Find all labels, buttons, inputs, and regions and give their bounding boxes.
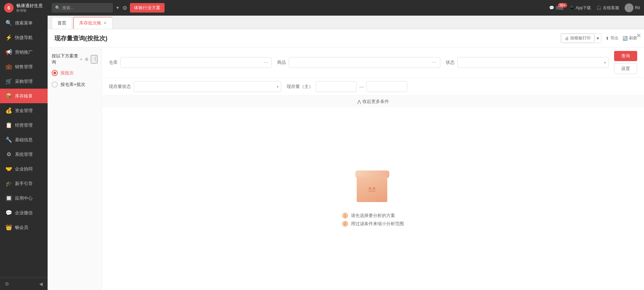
stock-qty-max-input[interactable] — [367, 81, 407, 92]
scheme-panel: 按以下方案查询 + ⊕ 《 按批次 — [48, 48, 102, 290]
guide-icon: 🎓 — [5, 180, 12, 187]
product-dots: ··· — [432, 59, 436, 66]
user-name: Rit — [635, 5, 640, 10]
message-badge: 99+ — [558, 3, 567, 7]
sidebar-appstore-label: 应用中心 — [15, 195, 33, 201]
user-area[interactable]: Rit — [625, 3, 640, 12]
sidebar-item-basic[interactable]: 🔧 基础信息 — [0, 132, 48, 147]
export-label: 导出 — [610, 35, 618, 41]
search-menu-icon: 🔍 — [5, 20, 12, 26]
collapse-more-btn[interactable]: ⋀ 收起更多条件 — [102, 95, 644, 107]
tab-home[interactable]: 首页 — [52, 17, 72, 29]
sidebar-item-member[interactable]: 👑 畅会员 — [0, 220, 48, 235]
collapse-label: 收起更多条件 — [362, 98, 389, 105]
sidebar-item-guide[interactable]: 🎓 新手引导 — [0, 176, 48, 191]
panel-close-btn[interactable]: ✕ — [636, 32, 641, 39]
sidebar-collapse-icon[interactable]: ◀ — [39, 281, 43, 287]
print-btn[interactable]: 🖨 按模板打印 — [561, 34, 594, 43]
logo-area: 6 畅康通好生意 标准版 — [4, 3, 52, 13]
industry-btn[interactable]: 体验行业方案 — [130, 3, 165, 13]
sidebar-item-inventory[interactable]: 📦 库存核算 — [0, 89, 48, 103]
online-service-btn[interactable]: 🎧 在线客服 — [596, 5, 619, 11]
warehouse-dots: ··· — [264, 59, 268, 66]
warehouse-input[interactable]: ··· — [120, 57, 272, 68]
sidebar-member-label: 畅会员 — [15, 224, 28, 231]
scheme-settings-btn[interactable]: ⊕ — [85, 55, 89, 64]
status-select[interactable] — [457, 57, 609, 68]
top-header: 6 畅康通好生意 标准版 🔍 搜索... ▼ ⚙ 体验行业方案 💬 消息 99+… — [0, 0, 644, 16]
sidebar-operation-label: 经营管理 — [15, 122, 33, 128]
filter-area: 仓库 ··· 商品 ··· — [102, 48, 644, 107]
sidebar-settings-icon[interactable]: ⚙ — [5, 281, 9, 287]
inventory-icon: 📦 — [5, 93, 12, 99]
empty-tip-2: 2 用过滤条件来缩小分析范围 — [342, 221, 404, 227]
sidebar-basic-label: 基础信息 — [15, 137, 33, 143]
home-tab-label: 首页 — [57, 20, 66, 26]
main-layout: 🔍 搜索菜单 ⚡ 快捷导航 📢 营销推广 💼 销售管理 🛒 采购管理 📦 库存核… — [0, 16, 644, 290]
sidebar-sales-label: 销售管理 — [15, 64, 33, 70]
tip2-num: 2 — [342, 221, 348, 227]
product-input[interactable]: ··· — [289, 57, 440, 68]
stock-qty-min-input[interactable] — [316, 81, 357, 92]
scheme-add-btn[interactable]: + — [80, 55, 83, 64]
tab-close-icon[interactable]: ✕ — [103, 21, 107, 25]
panel-header: 现存量查询(按批次) 🖨 按模板打印 ▾ ⬆ 导出 🔄 — [48, 29, 644, 48]
status-select-wrap: ▾ — [457, 57, 609, 68]
sidebar-item-marketing[interactable]: 📢 营销推广 — [0, 45, 48, 59]
right-panel: 仓库 ··· 商品 ··· — [102, 48, 644, 290]
warehouse-filter: 仓库 ··· — [109, 57, 272, 68]
status-filter: 状态 ▾ — [446, 57, 609, 68]
tip1-num: 1 — [342, 213, 348, 219]
scheme-item-warehouse-batch[interactable]: 按仓库+批次 — [48, 79, 102, 90]
sidebar-item-finance[interactable]: 💰 资金管理 — [0, 103, 48, 118]
range-dash: — — [357, 84, 367, 89]
sidebar-item-wechat[interactable]: 💬 企业微信 — [0, 205, 48, 220]
header-center: 🔍 搜索... ▼ ⚙ 体验行业方案 — [52, 3, 549, 13]
member-icon: 👑 — [5, 224, 12, 231]
top-search-bar[interactable]: 🔍 搜索... — [52, 3, 113, 13]
sales-icon: 💼 — [5, 64, 12, 70]
sidebar-item-system[interactable]: ⚙ 系统管理 — [0, 147, 48, 162]
sidebar-bottom: ⚙ ◀ — [0, 277, 48, 290]
sidebar-inventory-label: 库存核算 — [15, 93, 33, 99]
refresh-btn[interactable]: 🔄 刷新 — [623, 35, 637, 41]
sidebar-item-sales[interactable]: 💼 销售管理 — [0, 59, 48, 74]
basic-icon: 🔧 — [5, 137, 12, 143]
header-right: 💬 消息 99+ 📱 App下载 🎧 在线客服 Rit — [549, 3, 640, 12]
app-version: 标准版 — [16, 8, 43, 13]
sidebar-item-search[interactable]: 🔍 搜索菜单 — [0, 16, 48, 30]
export-btn[interactable]: ⬆ 导出 — [606, 35, 618, 41]
print-area: 🖨 按模板打印 ▾ — [561, 33, 601, 43]
result-area: 1 请先选择要分析的方案 2 用过滤条件来缩小分析范围 — [102, 107, 644, 290]
stock-status-select-wrap: ▾ — [134, 81, 281, 92]
appstore-icon: 🔲 — [5, 195, 12, 201]
search-dropdown-btn[interactable]: ▼ — [116, 5, 120, 10]
sidebar-system-label: 系统管理 — [15, 151, 33, 158]
scheme-item-batch[interactable]: 按批次 — [48, 67, 102, 79]
message-btn[interactable]: 💬 消息 99+ — [549, 5, 564, 11]
scheme-header-title: 按以下方案查询 — [52, 53, 80, 65]
filter-settings-btn[interactable]: 设置 — [614, 63, 637, 74]
app-logo-icon: 6 — [4, 3, 14, 13]
header-settings-icon[interactable]: ⚙ — [122, 5, 127, 11]
tab-bar: 首页 库存批次账 ✕ — [48, 16, 644, 29]
svg-point-0 — [369, 187, 371, 190]
sidebar-item-operation[interactable]: 📋 经营管理 — [0, 118, 48, 132]
sidebar-item-collab[interactable]: 🤝 企业协同 — [0, 162, 48, 176]
print-dropdown-btn[interactable]: ▾ — [594, 34, 601, 42]
filter-row-2: 现存量状态 ▾ 现存量（主） — [102, 78, 644, 95]
scheme-dot-empty — [52, 81, 58, 88]
box-body — [357, 177, 387, 202]
app-download-btn[interactable]: 📱 App下载 — [569, 5, 591, 11]
tab-panel: 现存量查询(按批次) 🖨 按模板打印 ▾ ⬆ 导出 🔄 — [48, 29, 644, 290]
sidebar-item-shortcut[interactable]: ⚡ 快捷导航 — [0, 30, 48, 45]
warehouse-label: 仓库 — [109, 59, 118, 66]
scheme-collapse-btn[interactable]: 《 — [91, 55, 98, 64]
sidebar-item-appstore[interactable]: 🔲 应用中心 — [0, 191, 48, 205]
stock-status-label: 现存量状态 — [109, 84, 131, 90]
tab-batch-inventory[interactable]: 库存批次账 ✕ — [73, 17, 113, 29]
stock-status-select[interactable] — [134, 81, 281, 92]
query-btn[interactable]: 查询 — [614, 51, 637, 61]
sidebar-item-purchase[interactable]: 🛒 采购管理 — [0, 74, 48, 89]
message-icon: 💬 — [549, 5, 554, 10]
